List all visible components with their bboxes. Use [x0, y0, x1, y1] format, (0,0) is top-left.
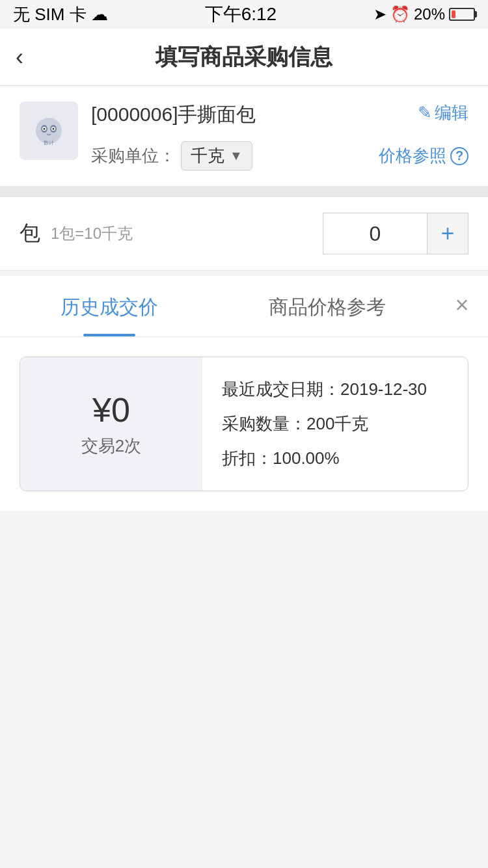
history-content: ¥0 交易2次 最近成交日期：2019-12-30 采购数量：200千克 折扣：…: [0, 337, 488, 511]
product-name: [0000006]手撕面包: [91, 102, 418, 128]
price-card-left: ¥0 交易2次: [20, 357, 202, 491]
purchase-qty-value: 200千克: [306, 414, 368, 433]
recent-date-row: 最近成交日期：2019-12-30: [222, 377, 448, 402]
package-label: 包: [20, 219, 40, 248]
tab-history-price[interactable]: 历史成交价: [0, 276, 218, 336]
status-bar: 无 SIM 卡 ☁ 下午6:12 ➤ ⏰ 20%: [0, 0, 488, 29]
bottom-panel: 历史成交价 商品价格参考 × ¥0 交易2次 最近成交日期：2019-12-30…: [0, 276, 488, 511]
quantity-row: 包 1包=10千克 0 +: [0, 197, 488, 271]
section-divider: [0, 187, 488, 197]
unit-value: 千克: [191, 144, 224, 167]
conversion-label: 1包=10千克: [51, 223, 133, 244]
status-right: ➤ ⏰ 20%: [373, 5, 475, 23]
edit-button[interactable]: ✎ 编辑: [418, 102, 468, 124]
signal-text: 无 SIM 卡 ☁: [13, 3, 108, 26]
edit-icon: ✎: [418, 103, 432, 123]
discount-label: 折扣：: [222, 448, 273, 468]
nav-icon: ➤: [373, 5, 386, 23]
purchase-qty-row: 采购数量：200千克: [222, 411, 448, 437]
svg-point-5: [44, 128, 46, 130]
battery-percent: 20%: [414, 5, 445, 23]
recent-date-label: 最近成交日期：: [222, 379, 340, 399]
status-left: 无 SIM 卡 ☁: [13, 3, 108, 26]
edit-label: 编辑: [435, 102, 468, 124]
purchase-qty-label: 采购数量：: [222, 414, 306, 433]
tab-product-price[interactable]: 商品价格参考: [218, 276, 436, 336]
unit-label: 采购单位：: [91, 144, 176, 167]
nav-bar: ‹ 填写商品采购信息: [0, 29, 488, 86]
unit-select[interactable]: 千克 ▼: [181, 141, 252, 170]
product-info: [0000006]手撕面包 ✎ 编辑 采购单位： 千克 ▼ 价格参照 ?: [91, 102, 468, 170]
price-ref-label: 价格参照: [379, 144, 446, 167]
svg-text:数计: 数计: [44, 140, 54, 146]
trade-count: 交易2次: [81, 435, 141, 457]
product-card: 数计 [0000006]手撕面包 ✎ 编辑 采购单位： 千克 ▼: [0, 86, 488, 187]
discount-value: 100.00%: [273, 448, 340, 468]
tab-close-button[interactable]: ×: [436, 292, 488, 321]
price-ref-button[interactable]: 价格参照 ?: [379, 144, 468, 167]
alarm-icon: ⏰: [390, 5, 410, 23]
dropdown-arrow-icon: ▼: [230, 148, 243, 163]
price-amount: ¥0: [92, 390, 130, 429]
recent-date-value: 2019-12-30: [340, 379, 427, 399]
back-button[interactable]: ‹: [16, 44, 23, 71]
product-image: 数计: [20, 102, 78, 160]
quantity-plus-button[interactable]: +: [427, 213, 468, 254]
discount-row: 折扣：100.00%: [222, 446, 448, 471]
tab-bar: 历史成交价 商品价格参考 ×: [0, 276, 488, 337]
battery-indicator: [449, 8, 475, 21]
page-title: 填写商品采购信息: [156, 42, 332, 72]
quantity-controls: 0 +: [323, 213, 468, 254]
price-card: ¥0 交易2次 最近成交日期：2019-12-30 采购数量：200千克 折扣：…: [20, 357, 468, 491]
quantity-input[interactable]: 0: [323, 213, 427, 254]
info-icon: ?: [450, 147, 468, 165]
status-time: 下午6:12: [205, 2, 277, 27]
price-card-right: 最近成交日期：2019-12-30 采购数量：200千克 折扣：100.00%: [202, 357, 468, 491]
svg-point-6: [53, 128, 55, 130]
